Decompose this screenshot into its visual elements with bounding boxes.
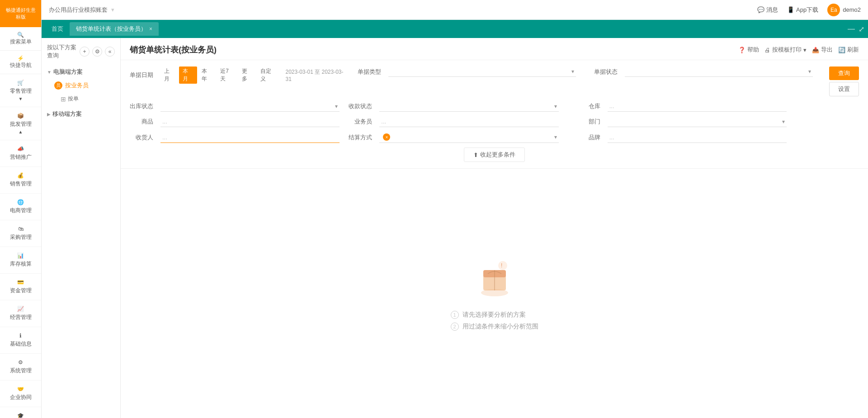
sidebar-item-enterprise[interactable]: 🤝 企业协同 <box>0 380 41 407</box>
empty-state: ! 1 请先选择要分析的方案 2 用过滤条件来缩小分析范围 <box>121 169 868 418</box>
filter-row-4: 收货人 ... 结算方式 × ▾ 品牌 <box>130 132 859 143</box>
settings-scheme-btn[interactable]: ⚙ <box>92 47 102 57</box>
refresh-btn[interactable]: 🔄 刷新 <box>838 46 859 54</box>
doc-status-select[interactable]: ▾ <box>625 66 813 77</box>
date-tab-custom[interactable]: 自定义 <box>257 66 280 84</box>
ecommerce-icon: 🌐 <box>17 199 24 205</box>
page-title: 销货单统计表(按业务员) <box>130 44 217 55</box>
sidebar-item-retail[interactable]: 🛒 零售管理 ▼ <box>0 74 41 107</box>
consignee-input[interactable]: ... <box>160 132 340 143</box>
lp-item-salesperson[interactable]: 员 按业务员 <box>42 79 120 92</box>
brand-label: 品牌 <box>577 133 600 142</box>
sidebar-quick-nav[interactable]: ⚡ 快捷导航 <box>0 51 41 74</box>
doc-status-filter: 单据状态 ▾ <box>585 66 822 77</box>
chevron-up-icon: ▲ <box>19 129 23 134</box>
receipt-status-filter: 收款状态 ▾ <box>340 101 567 112</box>
help-btn[interactable]: ❓ 帮助 <box>738 46 759 54</box>
export-btn[interactable]: 📤 导出 <box>812 46 833 54</box>
brand-filter: 品牌 ... <box>568 132 796 143</box>
consignee-filter: 收货人 ... <box>130 132 340 143</box>
export-icon: 📤 <box>812 47 819 53</box>
warehouse-filter: 仓库 ... <box>568 101 796 112</box>
app-download-btn[interactable]: 📱 App下载 <box>787 6 818 14</box>
tab-close-btn[interactable]: × <box>149 26 152 32</box>
collapse-icon: ⬆ <box>473 152 478 158</box>
receipt-status-select[interactable]: ▾ <box>379 101 558 112</box>
left-panel-header: 按以下方案查询 + ⚙ « <box>42 43 120 63</box>
sidebar-logo[interactable]: 畅捷通好生意 标版 <box>0 0 41 27</box>
add-scheme-btn[interactable]: + <box>80 47 90 57</box>
top-header-left: 办公用品行业模拟账套 ▾ <box>49 6 114 14</box>
department-select[interactable]: ▾ <box>608 117 787 127</box>
marketing-icon: 📣 <box>17 146 24 152</box>
tab-home[interactable]: 首页 <box>45 22 70 36</box>
print-icon: 🖨 <box>764 47 770 53</box>
sidebar-item-basic[interactable]: ℹ 基础信息 <box>0 327 41 354</box>
avatar: Ea <box>827 4 840 16</box>
goods-select[interactable]: ... <box>160 116 340 127</box>
date-tab-last-month[interactable]: 上月 <box>160 66 178 84</box>
date-tab-this-year[interactable]: 本年 <box>198 66 216 84</box>
doc-type-label: 单据类型 <box>358 68 381 76</box>
sidebar-item-operations[interactable]: 📈 经营管理 <box>0 300 41 327</box>
print-btn[interactable]: 🖨 按模板打印 ▾ <box>764 46 807 54</box>
collapse-filters-btn[interactable]: ⬆ 收起更多条件 <box>464 147 525 162</box>
refresh-icon: 🔄 <box>838 47 845 53</box>
triangle-right-icon: ▶ <box>47 112 51 117</box>
message-btn[interactable]: 💬 消息 <box>757 6 778 14</box>
settle-method-select[interactable]: × ▾ <box>379 132 558 143</box>
goods-label: 商品 <box>130 118 153 126</box>
user-area[interactable]: Ea demo2 <box>827 4 861 16</box>
settle-clear-btn[interactable]: × <box>383 133 390 141</box>
empty-step-2: 2 用过滤条件来缩小分析范围 <box>451 323 538 331</box>
out-status-arrow: ▾ <box>335 103 338 109</box>
sidebar-item-system[interactable]: ⚙ 系统管理 <box>0 354 41 380</box>
sidebar-item-sales[interactable]: 💰 销售管理 <box>0 167 41 194</box>
doc-type-select[interactable]: ▾ <box>388 66 576 77</box>
print-arrow-icon: ▾ <box>803 47 807 53</box>
lp-pc-header[interactable]: ▼ 电脑端方案 <box>42 65 120 79</box>
query-btn[interactable]: 查询 <box>829 66 859 80</box>
salesperson-label: 业务员 <box>349 118 372 126</box>
date-tab-7days[interactable]: 近7天 <box>217 66 237 84</box>
page-header-actions: ❓ 帮助 🖨 按模板打印 ▾ 📤 导出 🔄 刷新 <box>738 46 859 54</box>
sidebar-item-purchase[interactable]: 🛍 采购管理 <box>0 220 41 247</box>
breadcrumb: 办公用品行业模拟账套 <box>49 6 108 14</box>
date-tab-more[interactable]: 更多 <box>238 66 256 84</box>
date-filter-row: 单据日期 上月 本月 本年 近7天 更多 自定义 2023-03-01 至 20… <box>130 66 349 84</box>
salesperson-select[interactable]: ... <box>379 116 558 127</box>
lp-mobile-label: 移动端方案 <box>52 110 82 118</box>
tab-maximize-btn[interactable]: ⤢ <box>859 25 864 33</box>
department-arrow: ▾ <box>782 119 785 125</box>
sidebar-item-ecommerce[interactable]: 🌐 电商管理 <box>0 194 41 220</box>
tab-active[interactable]: 销货单统计表（按业务员） × <box>70 22 159 36</box>
sidebar-item-inventory[interactable]: 📊 库存核算 <box>0 247 41 274</box>
lp-item-by-doc[interactable]: ⊞ 按单 <box>42 92 120 105</box>
collapse-panel-btn[interactable]: « <box>105 47 115 57</box>
date-label: 单据日期 <box>130 71 153 79</box>
goods-filter: 商品 ... <box>130 116 340 127</box>
search-icon: 🔍 <box>4 32 38 38</box>
out-status-select[interactable]: ▾ <box>160 101 340 112</box>
lp-mobile-header[interactable]: ▶ 移动端方案 <box>42 107 120 121</box>
sidebar-item-marketing[interactable]: 📣 营销推广 <box>0 140 41 167</box>
sidebar-item-finance[interactable]: 💳 资金管理 <box>0 274 41 300</box>
tab-bar: 首页 销货单统计表（按业务员） × — ⤢ <box>42 20 868 38</box>
settings-btn[interactable]: 设置 <box>829 82 859 96</box>
enterprise-icon: 🤝 <box>17 386 24 392</box>
sidebar-item-wholesale[interactable]: 📦 批发管理 ▲ <box>0 107 41 140</box>
purchase-icon: 🛍 <box>18 226 24 232</box>
lp-pc-label: 电脑端方案 <box>53 68 83 76</box>
date-tab-this-month[interactable]: 本月 <box>179 66 197 84</box>
breadcrumb-arrow: ▾ <box>111 6 114 13</box>
brand-select[interactable]: ... <box>608 132 787 143</box>
empty-illustration: ! <box>472 256 517 302</box>
tab-minimize-btn[interactable]: — <box>848 25 855 33</box>
settle-method-label: 结算方式 <box>349 133 372 142</box>
warehouse-select[interactable]: ... <box>608 101 787 112</box>
lp-section-mobile: ▶ 移动端方案 <box>42 107 120 121</box>
sidebar-item-newbie[interactable]: 🎓 新手引导 <box>0 407 41 418</box>
top-header-right: 💬 消息 📱 App下载 Ea demo2 <box>757 4 861 16</box>
sidebar-search[interactable]: 🔍 搜索菜单 <box>0 27 41 51</box>
salesperson-filter: 业务员 ... <box>340 116 567 127</box>
